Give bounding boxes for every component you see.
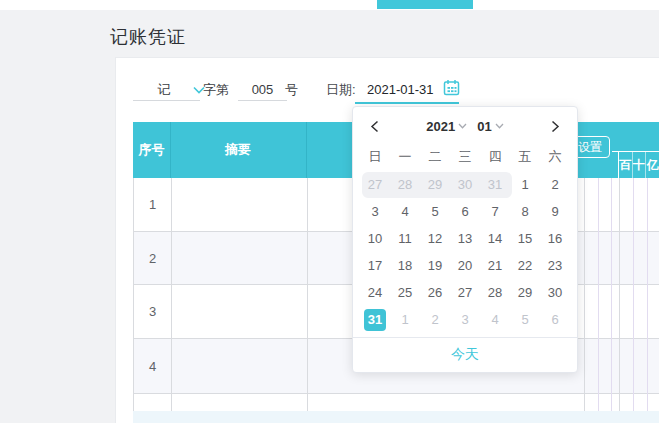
date-input[interactable]: 2021-01-31 (367, 82, 434, 98)
chevron-right-icon (549, 120, 561, 133)
next-month-button[interactable] (547, 118, 563, 135)
weekday-label: 日 (360, 145, 390, 169)
calendar-day[interactable]: 29 (420, 171, 450, 198)
calendar-day[interactable]: 29 (510, 279, 540, 306)
caret-down-icon (458, 123, 467, 129)
year-value: 2021 (426, 119, 455, 134)
calendar-day[interactable]: 6 (450, 198, 480, 225)
calendar-day[interactable]: 12 (420, 225, 450, 252)
calendar-day[interactable]: 5 (420, 198, 450, 225)
calendar-day[interactable]: 2 (420, 306, 450, 333)
chevron-left-icon (369, 120, 381, 133)
calendar-day[interactable]: 19 (420, 252, 450, 279)
calendar-day[interactable]: 4 (390, 198, 420, 225)
page-title: 记账凭证 (110, 25, 186, 49)
number-suffix-label: 号 (285, 82, 298, 98)
date-picker-footer: 今天 (353, 337, 577, 372)
date-underline (355, 102, 459, 104)
column-divider (171, 178, 172, 411)
top-bar (0, 0, 659, 10)
weekday-label: 一 (390, 145, 420, 169)
word-suffix-label: 字第 (203, 82, 229, 98)
calendar-day[interactable]: 14 (480, 225, 510, 252)
calendar-day[interactable]: 4 (480, 306, 510, 333)
voucher-word-select[interactable]: 记 (133, 82, 195, 98)
weekday-label: 六 (540, 145, 570, 169)
app-screen: 记账凭证 记 字第 005 号 日期: 2021-01-31 序号 摘要 设置 … (0, 0, 659, 423)
calendar-day[interactable]: 20 (450, 252, 480, 279)
calendar-day-grid: 27 28 29 30 31 1 2 3 4 5 6 7 8 9 10 11 1… (360, 171, 570, 333)
column-divider (619, 178, 620, 411)
calendar-day[interactable]: 27 (360, 171, 390, 198)
calendar-day[interactable]: 28 (480, 279, 510, 306)
calendar-day[interactable]: 25 (390, 279, 420, 306)
calendar-day[interactable]: 26 (420, 279, 450, 306)
calendar-day[interactable]: 28 (390, 171, 420, 198)
calendar-day[interactable]: 9 (540, 198, 570, 225)
table-bottom-strip (133, 411, 659, 423)
calendar-day[interactable]: 11 (390, 225, 420, 252)
digit-divider (647, 178, 648, 411)
date-picker-popup: 2021 01 日 一 二 三 四 五 六 27 28 (352, 106, 578, 373)
header-divider (306, 122, 307, 178)
calendar-day[interactable]: 1 (390, 306, 420, 333)
number-underline (238, 100, 287, 101)
year-select[interactable]: 2021 (426, 119, 467, 134)
calendar-day[interactable]: 24 (360, 279, 390, 306)
calendar-day[interactable]: 3 (360, 198, 390, 225)
digit-divider (611, 178, 612, 411)
active-tab-indicator[interactable] (377, 0, 473, 9)
date-label: 日期: (326, 82, 356, 98)
column-divider (584, 178, 585, 411)
calendar-day[interactable]: 31 (480, 171, 510, 198)
weekday-header: 日 一 二 三 四 五 六 (360, 145, 570, 169)
caret-down-icon (495, 123, 504, 129)
voucher-number-input[interactable]: 005 (238, 82, 287, 98)
month-value: 01 (477, 119, 491, 134)
digit-header: 百 (619, 152, 632, 178)
table-row[interactable] (134, 394, 659, 411)
word-underline (133, 100, 200, 101)
calendar-day[interactable]: 17 (360, 252, 390, 279)
calendar-day[interactable]: 15 (510, 225, 540, 252)
row-number: 2 (134, 232, 171, 284)
calendar-day[interactable]: 5 (510, 306, 540, 333)
date-picker-header: 2021 01 (353, 107, 577, 145)
row-number: 3 (134, 285, 171, 338)
calendar-day[interactable]: 27 (450, 279, 480, 306)
digit-header: 十 (632, 152, 646, 178)
calendar-day[interactable]: 10 (360, 225, 390, 252)
calendar-day[interactable]: 1 (510, 171, 540, 198)
digit-divider (598, 178, 599, 411)
calendar-day[interactable]: 22 (510, 252, 540, 279)
calendar-icon[interactable] (443, 79, 460, 96)
row-number: 1 (134, 178, 171, 231)
calendar-day[interactable]: 13 (450, 225, 480, 252)
month-select[interactable]: 01 (477, 119, 503, 134)
calendar-day[interactable]: 21 (480, 252, 510, 279)
column-header-summary: 摘要 (170, 122, 306, 178)
calendar-day[interactable]: 30 (450, 171, 480, 198)
calendar-day-selected[interactable]: 31 (360, 306, 390, 333)
weekday-label: 四 (480, 145, 510, 169)
calendar-day[interactable]: 7 (480, 198, 510, 225)
amount-digit-headers: 百 十 亿 (618, 152, 659, 178)
calendar-day[interactable]: 30 (540, 279, 570, 306)
calendar-day[interactable]: 6 (540, 306, 570, 333)
digit-header: 亿 (645, 152, 659, 178)
column-header-index: 序号 (133, 122, 170, 178)
calendar-day[interactable]: 8 (510, 198, 540, 225)
column-divider (307, 178, 308, 411)
calendar-day[interactable]: 16 (540, 225, 570, 252)
weekday-label: 三 (450, 145, 480, 169)
weekday-label: 二 (420, 145, 450, 169)
digit-divider (633, 178, 634, 411)
year-month-selectors: 2021 01 (426, 119, 503, 134)
today-button[interactable]: 今天 (451, 346, 479, 364)
calendar-day[interactable]: 3 (450, 306, 480, 333)
row-number: 4 (134, 339, 171, 393)
calendar-day[interactable]: 23 (540, 252, 570, 279)
prev-month-button[interactable] (367, 118, 383, 135)
calendar-day[interactable]: 2 (540, 171, 570, 198)
calendar-day[interactable]: 18 (390, 252, 420, 279)
